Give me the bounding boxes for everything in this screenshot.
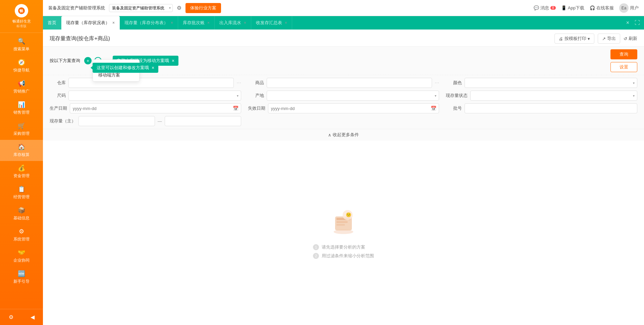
filter-row-3: 生产日期 📅 失效日期 📅 批号 xyxy=(50,103,637,113)
expire-date-input[interactable] xyxy=(268,103,439,113)
produce-date-wrapper: 📅 xyxy=(70,103,241,113)
filter-color: 颜色 xyxy=(446,78,637,88)
message-label: 消息 xyxy=(540,5,549,11)
collapse-label: 收起更多条件 xyxy=(333,132,359,138)
sidebar-item-guide[interactable]: 🆕 新手引导 xyxy=(0,267,43,288)
refresh-btn[interactable]: ↺ 刷新 xyxy=(624,36,637,42)
marketing-icon: 📢 xyxy=(18,80,25,87)
tab-batch-account[interactable]: 库存批次账 × xyxy=(178,16,215,30)
sidebar-item-quicknav[interactable]: 🧭 快捷导航 xyxy=(0,55,43,76)
goods-dots[interactable]: ··· xyxy=(435,80,439,86)
app-download-label: App下载 xyxy=(568,5,584,11)
origin-label: 产地 xyxy=(248,93,264,99)
message-action[interactable]: 💬 消息 8 xyxy=(534,5,556,11)
tab-inventory-dist[interactable]: 现存量（库存分布表） × xyxy=(120,16,178,30)
color-select[interactable] xyxy=(465,78,637,88)
print-icon: 🖨 xyxy=(559,36,563,41)
sidebar-item-sales[interactable]: 📊 销售管理 xyxy=(0,98,43,119)
sidebar-item-basic[interactable]: 📦 基础信息 xyxy=(0,203,43,224)
stock-status-select[interactable] xyxy=(470,91,637,101)
quicknav-icon: 🧭 xyxy=(18,59,25,66)
tab-collect-summary[interactable]: 收发存汇总表 × xyxy=(251,16,292,30)
tooltip-add-close[interactable]: × xyxy=(172,58,174,63)
tab-inventory-dist-label: 现存量（库存分布表） xyxy=(124,20,168,26)
tab-inout-flow[interactable]: 出入库流水 × xyxy=(215,16,251,30)
tab-collect-summary-close[interactable]: × xyxy=(285,20,287,25)
online-support-action[interactable]: 🎧 在线客服 xyxy=(590,5,614,11)
tab-fullscreen-icon[interactable]: ⛶ xyxy=(633,18,641,27)
empty-step-2-text: 用过滤条件来缩小分析范围 xyxy=(322,252,374,260)
filter-origin: 产地 xyxy=(248,91,439,101)
tab-inventory-status-close[interactable]: × xyxy=(112,20,115,25)
collapse-btn[interactable]: ◀ xyxy=(29,312,37,322)
trial-button[interactable]: 体验行业方案 xyxy=(185,3,221,13)
tab-batch-account-close[interactable]: × xyxy=(207,20,210,25)
origin-select[interactable] xyxy=(267,91,439,101)
sidebar-item-label: 资金管理 xyxy=(13,173,30,179)
produce-date-input[interactable] xyxy=(70,103,241,113)
sidebar-item-finance[interactable]: 💰 资金管理 xyxy=(0,161,43,182)
goods-input[interactable] xyxy=(267,78,432,88)
message-badge: 8 xyxy=(550,6,556,10)
tab-bar: 首页 现存量（库存状况表） × 现存量（库存分布表） × 库存批次账 × 出入库… xyxy=(43,16,644,30)
warehouse-dots[interactable]: ··· xyxy=(236,80,241,86)
system-select[interactable]: 装备及固定资产辅助管理系统 xyxy=(109,4,173,12)
tab-inout-flow-close[interactable]: × xyxy=(244,20,246,25)
tooltip-scheme-close[interactable]: × xyxy=(152,65,154,70)
sidebar-item-inventory[interactable]: 🏠 库存核算 xyxy=(0,140,43,161)
goods-label: 商品 xyxy=(248,80,264,86)
expire-date-label: 失效日期 xyxy=(248,105,265,111)
main-area: 装备及固定资产辅助管理系统 装备及固定资产辅助管理系统 ⚙ 体验行业方案 💬 消… xyxy=(43,0,644,325)
tab-home-label: 首页 xyxy=(48,20,56,26)
produce-date-label: 生产日期 xyxy=(50,105,67,111)
reset-button[interactable]: 设置 xyxy=(610,62,637,72)
stock-main-from-input[interactable] xyxy=(78,116,155,126)
sidebar-item-label: 营销推广 xyxy=(13,89,30,94)
collapse-row[interactable]: ∧ 收起更多条件 xyxy=(43,129,644,141)
tab-inventory-status[interactable]: 现存量（库存状况表） × xyxy=(61,16,120,30)
tab-bar-end: × ⛶ xyxy=(625,18,644,27)
export-btn[interactable]: ↗ 导出 xyxy=(598,34,620,44)
sidebar-item-system[interactable]: ⚙ 系统管理 xyxy=(0,224,43,246)
logo-badge: 标准版 xyxy=(16,24,26,29)
produce-date-icon[interactable]: 📅 xyxy=(233,106,238,111)
tab-inventory-dist-close[interactable]: × xyxy=(171,20,173,25)
stock-main-to-input[interactable] xyxy=(165,116,241,126)
print-btn[interactable]: 🖨 按模板打印 ▾ xyxy=(554,34,594,44)
tab-home[interactable]: 首页 xyxy=(43,16,61,30)
filter-row-2: 尺码 产地 现存量状态 xyxy=(50,91,637,101)
sidebar-item-operations[interactable]: 📋 经营管理 xyxy=(0,182,43,203)
stock-status-label: 现存量状态 xyxy=(446,93,468,99)
sidebar-nav: 🔍 搜索菜单 🧭 快捷导航 📢 营销推广 📊 销售管理 🛒 采购管理 🏠 库存核… xyxy=(0,34,43,309)
sidebar-item-marketing[interactable]: 📢 营销推广 xyxy=(0,76,43,98)
filter-batch: 批号 xyxy=(446,103,637,113)
add-scheme-btn[interactable]: + xyxy=(84,57,92,64)
sidebar-item-label: 销售管理 xyxy=(13,110,30,115)
settings-btn[interactable]: ⚙ xyxy=(7,312,15,322)
user-action[interactable]: Ea 用户 xyxy=(619,3,639,13)
filter-grid: 仓库 ··· 商品 ··· 颜色 xyxy=(43,75,644,129)
header-settings-icon[interactable]: ⚙ xyxy=(177,5,181,11)
sidebar-item-search[interactable]: 🔍 搜索菜单 xyxy=(0,34,43,55)
sidebar-item-label: 系统管理 xyxy=(13,236,30,242)
system-name: 装备及固定资产辅助管理系统 xyxy=(48,5,105,11)
tab-inventory-status-label: 现存量（库存状况表） xyxy=(66,20,110,26)
filter-row-4: 现存量（主） — xyxy=(50,116,637,126)
tab-close-all-icon[interactable]: × xyxy=(625,18,631,27)
search-button[interactable]: 查询 xyxy=(610,49,637,59)
sidebar-item-purchase[interactable]: 🛒 采购管理 xyxy=(0,119,43,140)
svg-text:😕: 😕 xyxy=(346,212,352,218)
app-download-action[interactable]: 📱 App下载 xyxy=(561,5,584,11)
sidebar-item-label: 新手引导 xyxy=(13,279,30,284)
size-select[interactable] xyxy=(68,91,241,101)
basic-icon: 📦 xyxy=(18,207,25,214)
search-icon: 🔍 xyxy=(18,38,25,45)
step-num-1: 1 xyxy=(313,244,319,250)
expire-date-icon[interactable]: 📅 xyxy=(431,106,436,111)
sidebar-item-enterprise[interactable]: 🤝 企业协同 xyxy=(0,246,43,267)
collapse-content: ∧ 收起更多条件 xyxy=(46,132,641,138)
system-selector[interactable]: 装备及固定资产辅助管理系统 xyxy=(109,4,173,12)
batch-input[interactable] xyxy=(465,103,637,113)
empty-step-1: 1 请先选择要分析的方案 xyxy=(313,243,374,252)
color-select-wrapper xyxy=(465,78,637,88)
